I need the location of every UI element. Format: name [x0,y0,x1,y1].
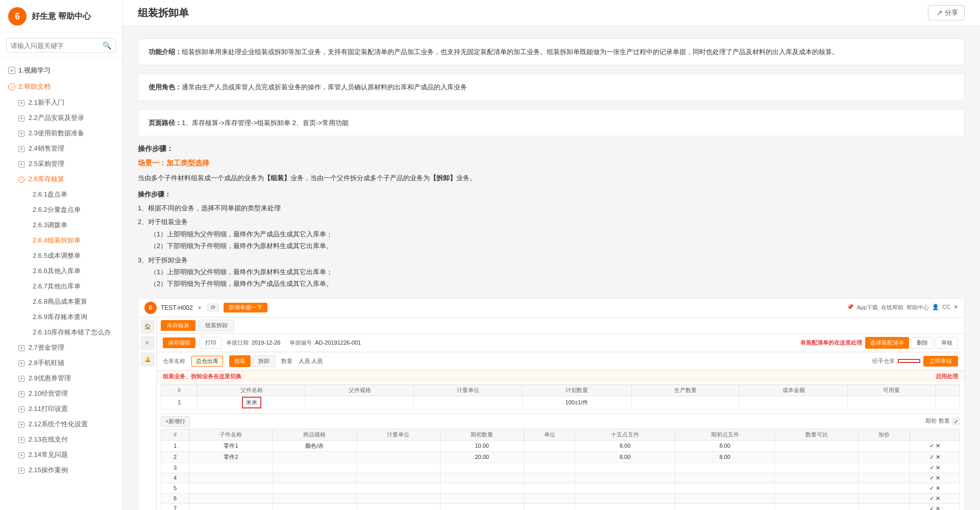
sidebar-item-docs[interactable]: − 2.帮助文档 [0,79,122,95]
app-add-row-btn[interactable]: +新增行 [161,416,190,427]
table-row: 5✓ ✕ [161,483,960,493]
table-row: 1 零件1 颜色/赤 10.00 8.00 8.00 [161,440,960,451]
sidebar-item-2-6-6[interactable]: 2.6.6其他入库单 [33,263,122,279]
expand-icon-s2-15: + [18,468,24,474]
sidebar-item-purchase[interactable]: + 2.5采购管理 [18,156,122,172]
app-confirm-btn[interactable]: 立即审核 [923,356,958,367]
sidebar: 6 好生意 帮助中心 🔍 + 1.视频学习 − 2.帮助文档 + 2 [0,0,122,510]
sidebar-item-video[interactable]: + 1.视频学习 [0,62,122,79]
app-handler-field [898,359,920,363]
table-row: 2 零件2 20.00 8.00 8.00 [161,451,960,463]
sidebar-item-2-6-3[interactable]: 2.6.3调拨单 [33,217,122,233]
expand-icon-s2-3: + [18,131,24,137]
sidebar-item-cases[interactable]: + 2.15操作案例 [18,463,122,478]
app-select-bom-btn[interactable]: 选择装配清单 [865,337,909,349]
table-row: 7✓ ✕ [161,503,960,510]
nav-section-1: + 1.视频学习 [0,62,122,79]
sidebar-item-2-6-7[interactable]: 2.6.7其他出库单 [33,279,122,294]
steps-title: 操作步骤： [138,144,965,154]
app-lower-table-section: +新增行 期初 数量 ⤢ # [157,411,964,510]
step3: 3、对于拆卸业务 [138,254,965,266]
page-title: 组装拆卸单 [138,6,189,20]
sidebar-item-2-6-2[interactable]: 2.6.2分量盘点单 [33,202,122,217]
step3-2: （2）下部明细为子件明细，最终作为产成品生成其它入库单。 [150,278,965,289]
search-input[interactable] [11,42,103,50]
steps-label: 操作步骤： [138,188,965,200]
content-area: 功能介绍：组装拆卸单用来处理企业组装或拆卸等加工业务，支持有固定装配清单的产品加… [122,26,980,510]
expand-icon-s2-6: − [18,177,24,183]
sidebar-item-sales[interactable]: + 2.4销售管理 [18,141,122,156]
search-box: 🔍 [6,38,116,53]
table-row: 4✓ ✕ [161,473,960,483]
app-logo-icon: 6 [144,302,157,314]
app-lower-table: # 子件名称 商品规格 计量单位 期初数量 单位 十五点五件 期初点五件 数量可 [161,429,960,510]
expand-icon-s2-1: + [18,100,24,106]
nav-sub-sub-items: 2.6.1盘点单 2.6.2分量盘点单 2.6.3调拨单 2.6.4组装拆卸单 … [18,187,122,340]
app-type-selector: 组装 拆卸 [229,355,275,367]
sidebar-item-2-6-5[interactable]: 2.6.5成本调整单 [33,248,122,263]
sidebar-item-settings[interactable]: + 2.12系统个性化设置 [18,417,122,432]
expand-icon-s2-2: + [18,115,24,122]
app-tab-active: 库存核算 [161,320,195,331]
step2: 2、对于组装业务 [138,216,965,228]
expand-icon-1: + [8,67,15,74]
annotation-type-switch: 组装业务、拆卸业务在这里切换 [163,373,241,380]
step3-1: （1）上部明细为父件明细，最终作为原材料生成其它出库单； [150,266,965,278]
sidebar-item-2-6-10[interactable]: 2.6.10库存账本错了怎么办 [33,325,122,340]
share-button[interactable]: ↗ 分享 [928,5,965,20]
annotation-has-bom: 有装配清单的在这里处理 [800,339,862,347]
sidebar-item-finance[interactable]: + 2.7资金管理 [18,340,122,355]
sidebar-item-newbie[interactable]: + 2.1新手入门 [18,95,122,110]
sidebar-item-2-6-9[interactable]: 2.6.9库存账本查询 [33,309,122,325]
step2-2: （2）下部明细为子件明细，最终作为原材料生成其它出库单。 [150,240,965,252]
sidebar-item-faq[interactable]: + 2.14常见问题 [18,447,122,463]
intro-label: 功能介绍： [149,48,182,56]
sidebar-item-inventory[interactable]: − 2.6库存核算 [18,172,122,187]
app-type-assemble[interactable]: 组装 [229,355,251,367]
app-icons-area: 📌 App下载 在线帮助 帮助中心 👤 CC ✕ [847,304,958,311]
expand-icon-s2-7: + [18,345,24,351]
annotation-enable: 启用处理 [936,373,958,380]
app-sidebar-left: 🏠 ≡ 🔔 🕐 [138,318,157,510]
expand-icon-s2-13: + [18,437,24,443]
sidebar-item-mgmt[interactable]: + 2.10经营管理 [18,386,122,401]
app-delete-btn[interactable]: 删除 [911,337,934,349]
app-tabs-row: 库存核算 组装拆卸 [157,318,964,334]
sidebar-item-2-6-1[interactable]: 2.6.1盘点单 [33,187,122,202]
expand-icon-s2-9: + [18,376,24,382]
app-form-row: 仓库名称 总仓出库 组装 拆卸 数量 人员 人员 经手仓库 立即 [157,352,964,371]
table-row: 1 米米 100±1/件 [161,396,960,409]
role-block: 使用角色：通常由生产人员或库管人员完成折装业务的操作，库管人员确认原材料的出库和… [138,74,965,101]
table-row: 6✓ ✕ [161,493,960,503]
logo-icon: 6 [8,7,27,26]
app-sidebar-home-icon: 🏠 [140,320,155,334]
app-nav-refresh: ⟳ [207,303,219,312]
app-company: TEST-H002 [161,304,193,311]
sidebar-item-payment[interactable]: + 2.13在线支付 [18,432,122,447]
sidebar-item-install[interactable]: + 2.2产品安装及登录 [18,110,122,126]
steps-section: 操作步骤： 场景一：加工类型选择 当由多个子件材料组装成一个成品的业务为【组装】… [138,144,965,290]
expand-icon-s2-4: + [18,146,24,152]
app-save-btn[interactable]: 保存编辑 [163,337,195,348]
sidebar-item-data-prep[interactable]: + 2.3使用前数据准备 [18,126,122,141]
expand-icon-s2-12: + [18,422,24,428]
logo-text: 好生意 帮助中心 [32,11,91,22]
search-icon[interactable]: 🔍 [103,41,111,50]
sidebar-item-mobile[interactable]: + 2.8手机旺辅 [18,355,122,371]
app-topbar: 6 TEST-H002 ▼ ⟳ 新增单据一下 📌 App下载 在线帮助 帮助中心… [138,299,964,318]
search-area: 🔍 [0,33,122,58]
sidebar-item-coupon[interactable]: + 2.9优惠券管理 [18,371,122,386]
app-upper-table-section: # 父件名称 父件规格 计量单位 计划数量 生产数量 成本金额 可用量 [157,382,964,411]
nav-sub-section-2: + 2.1新手入门 + 2.2产品安装及登录 + 2.3使用前数据准备 + 2.… [0,95,122,478]
app-warehouse-field: 总仓出库 [191,356,223,367]
expand-icon-2: − [8,83,15,90]
scene1-title: 场景一：加工类型选择 [138,159,965,168]
role-label: 使用角色： [149,83,182,91]
sidebar-item-2-6-8[interactable]: 2.6.8商品成本重算 [33,294,122,309]
sidebar-item-print[interactable]: + 2.11打印设置 [18,401,122,417]
path-text: 1、库存核算->库存管理->组装拆卸单 2、首页->常用功能 [182,119,349,127]
sidebar-item-2-6-4[interactable]: 2.6.4组装拆卸单 [33,233,122,248]
app-print-btn[interactable]: 打印 [200,337,222,349]
app-type-disassemble[interactable]: 拆卸 [253,355,275,367]
app-audit-btn[interactable]: 审核 [936,337,958,349]
